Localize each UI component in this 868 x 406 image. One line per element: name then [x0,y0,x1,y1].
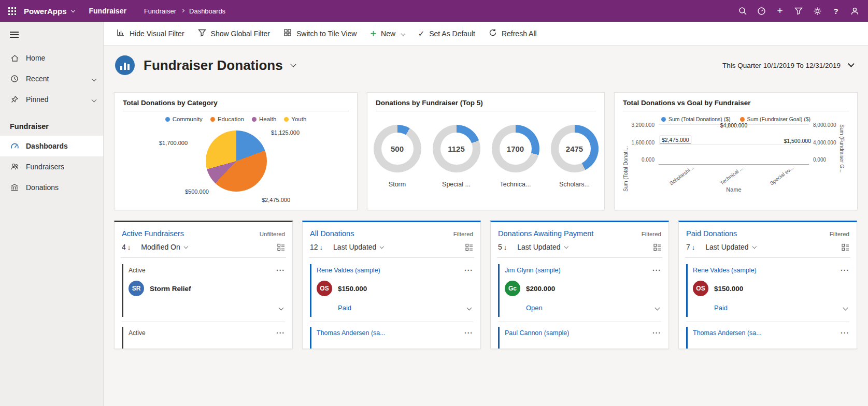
more-options-button[interactable]: ··· [276,266,285,274]
donut-value: 1125 [440,133,473,165]
record-status-link[interactable]: Open [526,304,543,312]
sidebar-item-pinned[interactable]: Pinned [0,89,103,110]
category-pie-chart[interactable] [206,130,267,192]
donut-category-label: Storm [389,181,406,188]
sidebar-item-donations[interactable]: Donations [0,177,103,198]
expand-chevron-button[interactable] [656,303,659,312]
help-button[interactable]: ? [827,2,845,20]
donut-chart[interactable]: 1700Technica... [492,125,539,188]
donut-value: 1700 [500,133,532,165]
sort-field-selector[interactable]: Last Updated [333,243,383,251]
sort-field-selector[interactable]: Last Updated [517,243,567,251]
record-count[interactable]: 5↓ [498,243,507,251]
waffle-menu-button[interactable] [0,0,24,22]
expand-chevron-button[interactable] [844,303,847,312]
record-status-link[interactable]: Paid [338,304,351,312]
more-options-button[interactable]: ··· [841,329,849,337]
record-count[interactable]: 7↓ [686,243,695,251]
expand-chevron-button[interactable] [467,303,471,312]
breadcrumb-item-fundraiser[interactable]: Fundraiser [144,7,176,15]
more-options-button[interactable]: ··· [464,329,473,337]
dashboards-icon [10,142,19,151]
gauge-button[interactable] [752,2,771,20]
cmd-hide-visual-filter[interactable]: Hide Visual Filter [110,22,191,45]
cmd-switch-tile-view[interactable]: Switch to Tile View [277,22,363,45]
list-title-link[interactable]: Donations Awaiting Payment [498,229,593,238]
more-options-button[interactable]: ··· [652,329,661,337]
list-item[interactable]: Rene Valdes (sample)···OS$150.000Paid [686,264,849,317]
chart-card-total-donations-by-category: Total Donations by Category CommunityEdu… [114,92,358,210]
cmd-refresh-all[interactable]: Refresh All [482,22,544,45]
list-title-link[interactable]: All Donations [310,229,354,238]
cmd-set-as-default[interactable]: ✓ Set As Default [411,22,482,45]
dashboard-selector[interactable]: Fundraiser Donations [144,57,295,74]
bar-plot-column: $2,475.000$4,800.000$1,500.000 Scholarsh… [659,124,809,193]
record-link[interactable]: Rene Valdes (sample) [317,267,380,274]
record-count[interactable]: 4↓ [122,243,131,251]
list-item-row: Active··· [129,265,285,276]
list-item[interactable]: Thomas Andersen (sa...··· [686,327,849,349]
view-selector-button[interactable] [465,243,473,251]
environment-name[interactable]: Fundraiser [89,7,126,15]
record-link[interactable]: Paul Cannon (sample) [505,329,569,337]
cmd-show-global-filter[interactable]: Show Global Filter [191,22,277,45]
sidebar-item-dashboards[interactable]: Dashboards [0,136,103,156]
chevron-down-icon[interactable] [92,97,97,102]
list-item[interactable]: Thomas Andersen (sa...··· [310,327,473,349]
list-item[interactable]: Active···SRStorm Relief [122,264,285,317]
timeframe-selector[interactable]: This Quarter 10/1/2019 To 12/31/2019 [722,62,853,69]
view-selector-button[interactable] [653,243,661,251]
more-options-button[interactable]: ··· [652,266,661,274]
more-options-button[interactable]: ··· [464,266,473,274]
cmd-new[interactable]: + New [363,22,411,45]
list-item[interactable]: Paul Cannon (sample)··· [498,327,661,349]
pie-value-label-health: $500.000 [185,189,209,195]
sort-field-selector[interactable]: Last Updated [705,243,756,251]
list-card-header: All DonationsFiltered [303,222,480,239]
list-card: All DonationsFiltered12↓Last UpdatedRene… [302,221,481,349]
home-icon [10,54,19,63]
axis-tick: 3,200.000 [631,122,654,128]
list-title-link[interactable]: Paid Donations [686,229,737,238]
question-icon: ? [833,7,838,16]
list-item[interactable]: Jim Glynn (sample)···Gc$200.000Open [498,264,661,317]
list-item[interactable]: Active··· [122,327,285,349]
expand-chevron-button[interactable] [279,303,283,312]
sort-field-selector[interactable]: Modified On [141,243,187,251]
more-options-button[interactable]: ··· [841,266,849,274]
more-options-button[interactable]: ··· [276,329,285,337]
list-item[interactable]: Rene Valdes (sample)···OS$150.000Paid [310,264,473,317]
filter-button[interactable] [789,2,808,20]
record-link[interactable]: Rene Valdes (sample) [693,267,757,274]
list-title-link[interactable]: Active Fundraisers [122,229,184,238]
account-button[interactable] [845,2,864,20]
left-axis-ticks: 3,200.000 1,600.000 0.000 [631,122,657,163]
chevron-down-icon[interactable] [92,76,97,81]
record-count[interactable]: 12↓ [310,243,323,251]
sidebar-item-home[interactable]: Home [0,48,103,68]
record-link[interactable]: Thomas Andersen (sa... [317,329,386,337]
sitemap-toggle-button[interactable] [0,22,103,48]
clock-icon [10,75,19,83]
donut-chart[interactable]: 500Storm [374,125,421,188]
timeframe-label: This Quarter 10/1/2019 To 12/31/2019 [722,62,841,69]
record-status-link[interactable]: Paid [714,304,728,312]
list-item-row: OS$150.000 [317,281,473,296]
record-link[interactable]: Jim Glynn (sample) [505,267,561,274]
sidebar-item-fundraisers[interactable]: Fundraisers [0,156,103,177]
add-button[interactable]: + [771,2,789,20]
dashboard-content: Total Donations by Category CommunityEdu… [104,85,868,406]
app-switcher[interactable]: PowerApps [24,7,75,16]
view-selector-button[interactable] [842,243,849,251]
search-button[interactable] [733,2,752,20]
settings-button[interactable] [808,2,827,20]
sort-descending-icon: ↓ [320,243,323,251]
record-link[interactable]: Thomas Andersen (sa... [693,329,762,337]
view-selector-button[interactable] [277,243,285,251]
sidebar-item-recent[interactable]: Recent [0,68,103,89]
donut-chart[interactable]: 1125Special ... [433,125,480,188]
donut-chart[interactable]: 2475Scholars... [551,125,599,188]
breadcrumb-item-dashboards[interactable]: Dashboards [189,7,225,15]
legend-label: Sum (Fundraiser Goal) ($) [747,116,811,122]
chart-icon [117,28,125,38]
